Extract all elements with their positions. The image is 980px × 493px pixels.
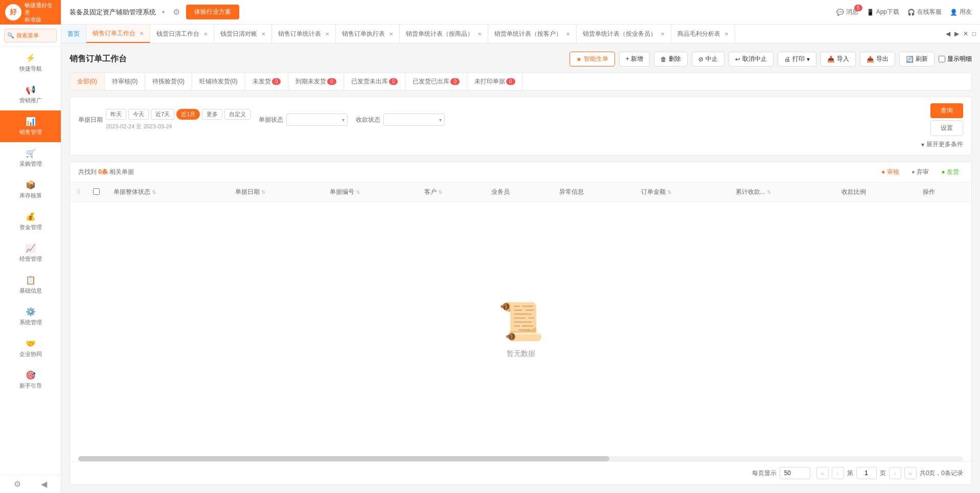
sidebar-item-guide[interactable]: 🎯 新手引导 [0,364,61,396]
tab-maximize-icon[interactable]: □ [972,30,976,37]
page-prev-btn[interactable]: ‹ [832,467,844,479]
sort-collected-icon[interactable]: ⇅ [767,189,771,195]
search-menu-button[interactable]: 🔍 搜索菜单 [4,29,57,42]
settings-icon[interactable]: ⚙ [173,7,180,17]
tab-product-margin[interactable]: 商品毛利分析表 ✕ [671,25,735,43]
print-button[interactable]: 🖨 打印 ▾ [778,52,816,66]
show-detail-label[interactable]: 显示明细 [939,55,972,63]
user-item[interactable]: 👤 用友 [950,8,972,16]
main-area: 装备及固定资产辅助管理系统 ▾ ⚙ 体验行业方案 💬 消息 6 📱 App下载 … [61,0,980,493]
tab-close-product-margin[interactable]: ✕ [724,31,728,37]
tab-close-sales-exec[interactable]: ✕ [389,31,393,37]
tab-home[interactable]: 首页 [61,25,86,43]
sub-tab-4[interactable]: 未发货0 [245,73,289,90]
sub-tab-5[interactable]: 到期未发货0 [288,73,344,90]
sort-date-icon[interactable]: ⇅ [261,189,265,195]
industry-solution-button[interactable]: 体验行业方案 [186,5,239,19]
date-btn-today[interactable]: 今天 [128,109,149,120]
audit-action-button[interactable]: ● 审核 [877,166,903,178]
tab-sales-stats-staff[interactable]: 销货单统计表（按业务员） ✕ [577,25,671,43]
date-btn-yesterday[interactable]: 昨天 [106,109,126,120]
delete-button[interactable]: 🗑 删除 [654,52,688,66]
sort-amount-icon[interactable]: ⇅ [667,189,671,195]
sub-tab-7[interactable]: 已发货已出库0 [405,73,467,90]
date-btn-custom[interactable]: 自定义 [224,109,250,120]
page-size-select[interactable]: 50 10 20 100 [780,467,810,479]
online-service-item[interactable]: 🎧 在线客服 [907,8,942,16]
sidebar-item-inventory[interactable]: 📦 库存核算 [0,174,61,206]
tab-next-icon[interactable]: ▶ [954,30,959,37]
tab-close-cash-reconcile[interactable]: ✕ [261,31,265,37]
headset-icon: 🎧 [907,9,915,16]
tab-sales-workbench[interactable]: 销售订单工作台 ✕ [86,25,150,43]
tab-sales-stats[interactable]: 销售订单统计表 ✕ [272,25,336,43]
ship-action-button[interactable]: ● 发货 [937,166,963,178]
print-icon: 🖨 [784,56,790,63]
data-table: ⠿ 单据整体状态 ⇅ 单据日期 ⇅ [70,183,971,202]
tab-close-sales-stats-staff[interactable]: ✕ [660,31,665,37]
sidebar-item-marketing[interactable]: 📢 营销推广 [0,79,61,110]
sidebar-item-system[interactable]: ⚙️ 系统管理 [0,301,61,332]
sidebar-item-purchase[interactable]: 🛒 采购管理 [0,142,61,174]
tab-sales-stats-customer[interactable]: 销货单统计表（按客户） ✕ [488,25,577,43]
tab-close-cash-daily[interactable]: ✕ [203,31,208,37]
filter-payment-select[interactable] [383,114,445,126]
filter-settings-button[interactable]: 设置 [930,120,963,136]
quick-nav-icon: ⚡ [26,53,36,63]
sub-tab-2[interactable]: 待拣验货(0) [145,73,192,90]
page-first-btn[interactable]: « [816,467,829,479]
cancel-stop-button[interactable]: ↩ 取消中止 [728,52,773,66]
sidebar-item-operations[interactable]: 📈 经营管理 [0,237,61,269]
sort-customer-icon[interactable]: ⇅ [438,189,442,195]
date-btn-more[interactable]: 更多 [202,109,222,120]
sub-tab-8[interactable]: 未打印单据0 [467,73,523,90]
message-icon-item[interactable]: 💬 消息 6 [836,8,858,16]
system-dropdown-icon[interactable]: ▾ [162,9,165,15]
sidebar-item-enterprise[interactable]: 🤝 企业协同 [0,332,61,364]
sidebar-collapse-icon[interactable]: ◀ [41,479,47,489]
filter-expand-button[interactable]: ▾ 展开更多条件 [921,140,963,149]
refresh-button[interactable]: 🔄 刷新 [899,52,935,66]
add-button[interactable]: + 新增 [619,52,650,66]
sidebar-item-sales[interactable]: 📊 销售管理 [0,110,61,142]
page-last-btn[interactable]: » [904,467,917,479]
sub-tab-0[interactable]: 全部(0) [70,73,105,90]
tab-sales-stats-product[interactable]: 销货单统计表（按商品） ✕ [400,25,488,43]
smart-create-button[interactable]: ★ 智能生单 [569,52,615,66]
sidebar-item-basic-info[interactable]: 📋 基础信息 [0,269,61,301]
tab-close-sales-stats[interactable]: ✕ [325,31,329,37]
scrollbar-thumb[interactable] [78,456,609,461]
sidebar-item-quick-nav[interactable]: ⚡ 快捷导航 [0,47,61,79]
sidebar-item-finance[interactable]: 💰 资金管理 [0,206,61,237]
stop-button[interactable]: ⊘ 中止 [692,52,724,66]
import-button[interactable]: 📥 导入 [821,52,856,66]
sidebar-bottom: ⚙ ◀ [0,475,61,493]
page-next-btn[interactable]: › [889,467,901,479]
sub-tab-3[interactable]: 旺铺待发货(0) [192,73,245,90]
tab-close-sales-stats-customer[interactable]: ✕ [566,31,570,37]
tab-cash-daily[interactable]: 钱货日清工作台 ✕ [150,25,214,43]
horizontal-scrollbar[interactable] [78,456,963,461]
filter-status-select[interactable] [286,114,348,126]
show-detail-checkbox[interactable] [939,56,945,62]
sort-number-icon[interactable]: ⇅ [356,189,360,195]
app-download-item[interactable]: 📱 App下载 [867,8,899,16]
page-number-input[interactable] [856,467,877,479]
sub-tab-6[interactable]: 已发货未出库0 [344,73,406,90]
tab-prev-icon[interactable]: ◀ [946,30,950,37]
tab-close-sales-workbench[interactable]: ✕ [140,31,144,36]
sidebar-settings-icon[interactable]: ⚙ [14,479,21,489]
date-btn-7days[interactable]: 近7天 [151,109,174,120]
sub-tab-1[interactable]: 待审核(0) [105,73,146,90]
tab-close-sales-stats-product[interactable]: ✕ [477,31,482,37]
export-button[interactable]: 📤 导出 [860,52,895,66]
sort-status-icon[interactable]: ⇅ [152,189,156,195]
tab-cash-reconcile[interactable]: 钱货日清对账 ✕ [214,25,272,43]
tab-sales-exec[interactable]: 销售订单执行表 ✕ [336,25,400,43]
query-button[interactable]: 查询 [930,103,963,118]
date-btn-1month[interactable]: 近1月 [176,109,200,120]
cancel-audit-action-button[interactable]: ● 弃审 [907,166,933,178]
col-collected: 累计收款... ⇅ [730,183,835,202]
select-all-checkbox[interactable] [93,188,100,195]
tab-close-all-icon[interactable]: ✕ [963,30,968,37]
